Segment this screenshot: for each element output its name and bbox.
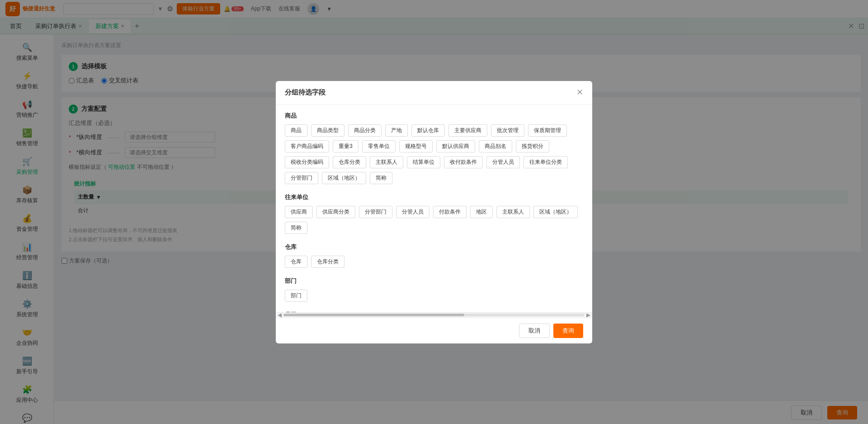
section-title-0: 商品 [285,112,583,120]
modal-overlay: 分组待选字段 ✕ 商品商品商品类型商品分类产地默认仓库主要供应商批次管理保质期管… [0,0,868,424]
field-tag-1-3[interactable]: 分管人员 [396,206,429,218]
field-tag-0-24[interactable]: 简称 [370,172,392,184]
hscroll-track [283,314,585,316]
field-tag-0-23[interactable]: 区域（地区） [322,172,366,184]
field-tag-0-20[interactable]: 分管人员 [486,156,520,168]
field-tag-0-10[interactable]: 零售单位 [362,140,396,152]
field-tag-1-7[interactable]: 区域（地区） [533,206,578,218]
section-tags-1: 供应商供应商分类分管部门分管人员付款条件地区主联系人区域（地区）简称 [285,206,583,234]
field-tag-0-9[interactable]: 重量3 [333,140,359,152]
field-select-modal: 分组待选字段 ✕ 商品商品商品类型商品分类产地默认仓库主要供应商批次管理保质期管… [276,81,592,343]
field-tag-1-5[interactable]: 地区 [470,206,493,218]
field-tag-0-1[interactable]: 商品类型 [311,124,344,137]
section-tags-3: 部门 [285,290,583,302]
field-tag-0-15[interactable]: 税收分类编码 [285,156,329,168]
modal-close-button[interactable]: ✕ [576,88,583,96]
field-tag-1-0[interactable]: 供应商 [285,206,313,218]
field-tag-0-16[interactable]: 仓库分类 [333,156,366,168]
modal-cancel-button[interactable]: 取消 [519,324,550,338]
field-tag-1-6[interactable]: 主联系人 [496,206,530,218]
modal-footer: 取消 查询 [276,318,592,343]
modal-title: 分组待选字段 [285,88,326,97]
modal-section-2: 仓库仓库仓库分类 [285,243,583,268]
modal-section-1: 往来单位供应商供应商分类分管部门分管人员付款条件地区主联系人区域（地区）简称 [285,193,583,234]
field-tag-0-6[interactable]: 批次管理 [491,124,524,137]
section-tags-0: 商品商品类型商品分类产地默认仓库主要供应商批次管理保质期管理客户商品编码重量3零… [285,124,583,184]
field-tag-0-5[interactable]: 主要供应商 [448,124,487,137]
section-title-3: 部门 [285,277,583,285]
field-tag-0-0[interactable]: 商品 [285,124,307,137]
field-tag-0-21[interactable]: 往来单位分类 [524,156,568,168]
field-tag-0-11[interactable]: 规格型号 [399,140,433,152]
field-tag-2-1[interactable]: 仓库分类 [311,256,344,268]
field-tag-3-0[interactable]: 部门 [285,290,307,302]
field-tag-0-19[interactable]: 收付款条件 [444,156,483,168]
field-tag-0-14[interactable]: 拣货积分 [516,140,549,152]
field-tag-0-17[interactable]: 主联系人 [370,156,403,168]
field-tag-0-3[interactable]: 产地 [385,124,408,137]
field-tag-1-2[interactable]: 分管部门 [359,206,392,218]
field-tag-0-12[interactable]: 默认供应商 [436,140,475,152]
modal-confirm-button[interactable]: 查询 [553,324,583,338]
field-tag-0-13[interactable]: 商品别名 [479,140,512,152]
field-tag-0-22[interactable]: 分管部门 [285,172,318,184]
field-tag-0-2[interactable]: 商品分类 [348,124,382,137]
modal-horizontal-scroll[interactable]: ◀ ▶ [276,312,592,318]
modal-section-3: 部门部门 [285,277,583,302]
modal-section-0: 商品商品商品类型商品分类产地默认仓库主要供应商批次管理保质期管理客户商品编码重量… [285,112,583,184]
field-tag-0-7[interactable]: 保质期管理 [528,124,567,137]
modal-body: 商品商品商品类型商品分类产地默认仓库主要供应商批次管理保质期管理客户商品编码重量… [276,105,592,312]
field-tag-0-4[interactable]: 默认仓库 [411,124,445,137]
field-tag-1-4[interactable]: 付款条件 [433,206,467,218]
hscroll-thumb [283,314,464,316]
section-title-2: 仓库 [285,243,583,251]
field-tag-0-8[interactable]: 客户商品编码 [285,140,329,152]
field-tag-1-8[interactable]: 简称 [285,222,307,234]
field-tag-1-1[interactable]: 供应商分类 [316,206,355,218]
field-tag-0-18[interactable]: 结算单位 [407,156,440,168]
modal-header: 分组待选字段 ✕ [276,81,592,105]
field-tag-2-0[interactable]: 仓库 [285,256,307,268]
section-tags-2: 仓库仓库分类 [285,256,583,268]
section-title-1: 往来单位 [285,193,583,201]
